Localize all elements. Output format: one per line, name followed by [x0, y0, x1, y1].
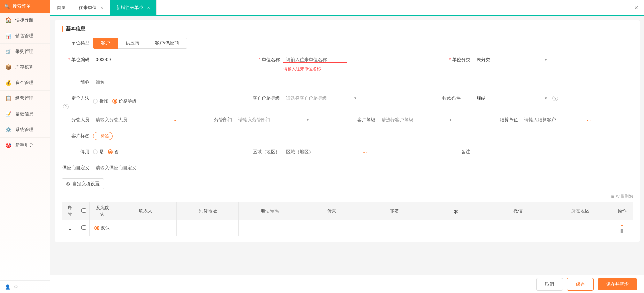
tab-home[interactable]: 首页 [50, 0, 72, 15]
customer-level-select[interactable]: 请选择客户等级 ▼ [379, 114, 455, 125]
tab-partners-close[interactable]: ✕ [100, 6, 103, 10]
sidebar-label-sales: 销售管理 [15, 33, 33, 39]
customer-price-level-placeholder: 请选择客户价格等级 [286, 95, 352, 101]
cancel-button[interactable]: 取消 [536, 278, 563, 291]
department-select[interactable]: 请输入分管部门 ▼ [236, 114, 312, 125]
customer-price-level-select[interactable]: 请选择客户价格等级 ▼ [283, 93, 360, 104]
td-wechat [487, 220, 549, 236]
sidebar-item-guide[interactable]: 🎯 新手引导 [0, 138, 50, 153]
unit-btn-both[interactable]: 客户/供应商 [147, 38, 187, 49]
tab-partners[interactable]: 往来单位 ✕ [72, 0, 110, 15]
select-all-checkbox[interactable] [81, 208, 86, 213]
sidebar-bottom: 👤 ⚙ [0, 280, 50, 293]
field-department: 分管部门 请输入分管部门 ▼ [204, 114, 347, 125]
field-payment-terms: 收款条件 现结 ▼ ? [442, 93, 633, 104]
payment-terms-help-icon[interactable]: ? [552, 96, 558, 101]
field-unit-code: 单位编码 [62, 54, 252, 65]
save-new-button[interactable]: 保存并新增 [598, 278, 637, 290]
qq-input[interactable] [429, 226, 483, 231]
sidebar-item-quick-nav[interactable]: 🏠 快捷导航 [0, 13, 50, 28]
td-contact [115, 220, 176, 236]
radio-default-circle [94, 226, 99, 230]
sidebar-item-operation[interactable]: 📋 经营管理 [0, 91, 50, 106]
region-table-input[interactable] [553, 226, 607, 231]
radio-no[interactable]: 否 [108, 149, 119, 155]
user-icon: 👤 [5, 284, 10, 290]
pricing-radio-group: 折扣 价格等级 [93, 98, 137, 104]
row-add-btn[interactable]: + [619, 222, 625, 228]
contact-input[interactable] [118, 226, 173, 231]
radio-no-circle [108, 149, 113, 154]
unit-code-input[interactable] [93, 54, 170, 65]
search-icon: 🔍 [4, 4, 10, 9]
sidebar-item-sales[interactable]: 📊 销售管理 [0, 28, 50, 44]
radio-yes-label: 是 [99, 149, 104, 155]
manager-input[interactable] [93, 114, 170, 125]
search-menu-btn[interactable]: 🔍 搜索菜单 [0, 0, 50, 13]
form-container: 基本信息 单位类型 客户 供应商 客户/供应商 单位编码 单位名称 [55, 20, 640, 242]
trash-icon: 🗑 [611, 194, 615, 199]
tab-bar-close-btn[interactable]: ✕ [628, 0, 644, 15]
sidebar-item-finance[interactable]: 💰 资金管理 [0, 75, 50, 91]
finance-icon: 💰 [5, 79, 12, 86]
sidebar-item-system[interactable]: ⚙️ 系统管理 [0, 122, 50, 138]
remark-input[interactable] [474, 146, 578, 157]
department-placeholder: 请输入分管部门 [238, 117, 305, 123]
td-qq [425, 220, 487, 236]
fax-input[interactable] [305, 226, 359, 231]
address-input[interactable] [180, 226, 235, 231]
radio-price-level-label: 价格等级 [119, 98, 137, 104]
payment-terms-value: 现结 [477, 95, 543, 101]
sidebar-item-inventory[interactable]: 📦 库存核算 [0, 59, 50, 75]
unit-name-input[interactable] [283, 57, 347, 63]
tab-new-partner[interactable]: 新增往来单位 ✕ [110, 0, 157, 15]
tag-add-button[interactable]: + 标签 [93, 132, 113, 140]
radio-price-level-circle [112, 99, 117, 104]
manager-dots-btn[interactable]: ··· [171, 117, 178, 123]
row-checkbox[interactable] [81, 225, 86, 230]
th-phone: 电话号码 [239, 202, 301, 220]
sales-icon: 📊 [5, 32, 12, 39]
row-del-btn[interactable]: 🗑 [618, 228, 626, 234]
th-email: 邮箱 [363, 202, 425, 220]
region-input[interactable] [283, 146, 360, 157]
batch-delete-label[interactable]: 批量删除 [616, 194, 633, 200]
region-dots-btn[interactable]: ··· [361, 149, 368, 155]
field-customer-level: 客户等级 请选择客户等级 ▼ [347, 114, 490, 125]
save-button[interactable]: 保存 [567, 278, 594, 291]
payment-terms-select[interactable]: 现结 ▼ [474, 93, 550, 104]
sidebar-label-finance: 资金管理 [15, 80, 33, 86]
department-arrow: ▼ [306, 118, 309, 122]
radio-default[interactable]: 默认 [93, 225, 111, 231]
unit-btn-supplier[interactable]: 供应商 [118, 38, 147, 49]
email-input[interactable] [367, 226, 421, 231]
phone-input[interactable] [242, 226, 297, 231]
pricing-help-icon[interactable]: ? [63, 104, 69, 109]
th-seq: 序号 [62, 202, 78, 220]
settlement-input[interactable] [521, 114, 584, 125]
custom-settings-button[interactable]: ⚙ 自定义项设置 [62, 178, 104, 189]
settlement-dots-btn[interactable]: ··· [586, 117, 592, 123]
row-disabled: 停用 是 否 区域（地区） [62, 146, 633, 157]
sidebar-item-basic[interactable]: 📝 基础信息 [0, 106, 50, 122]
td-fax [301, 220, 363, 236]
field-remark: 备注 [442, 146, 633, 157]
manager-label: 分管人员 [62, 114, 93, 125]
pricing-method-label: 定价方法 ? [62, 93, 93, 109]
unit-category-select[interactable]: 未分类 ▼ [474, 54, 550, 65]
supplier-custom-input[interactable] [93, 162, 183, 173]
tab-new-partner-close[interactable]: ✕ [147, 6, 150, 10]
radio-price-level[interactable]: 价格等级 [112, 98, 137, 104]
wechat-input[interactable] [491, 226, 545, 231]
unit-code-label: 单位编码 [62, 54, 93, 65]
radio-discount[interactable]: 折扣 [93, 98, 108, 104]
unit-btn-customer[interactable]: 客户 [93, 38, 118, 49]
th-contact: 联系人 [115, 202, 176, 220]
sidebar-label-operation: 经营管理 [15, 95, 33, 101]
field-short-name: 简称 [62, 77, 633, 88]
radio-yes[interactable]: 是 [93, 149, 104, 155]
sidebar-item-purchase[interactable]: 🛒 采购管理 [0, 44, 50, 59]
payment-terms-arrow: ▼ [544, 96, 548, 100]
department-label: 分管部门 [204, 114, 236, 125]
short-name-input[interactable] [93, 77, 170, 88]
